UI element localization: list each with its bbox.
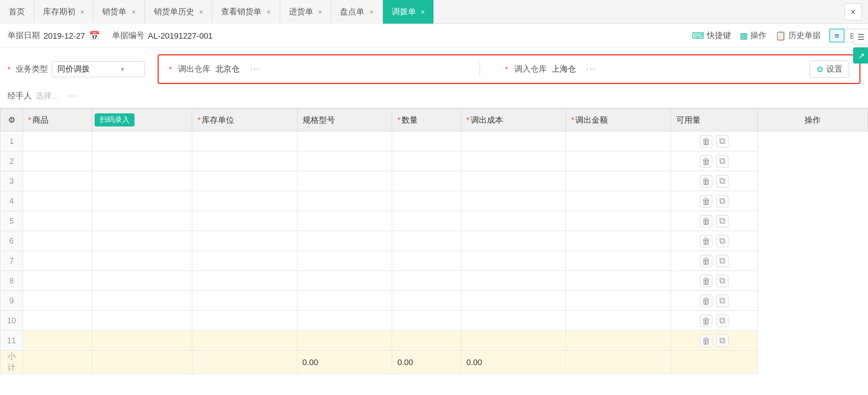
delete-icon[interactable]: 🗑 (700, 315, 712, 327)
copy-icon[interactable]: ⧉ (716, 315, 729, 327)
copy-icon[interactable]: ⧉ (716, 155, 729, 168)
product-cell[interactable] (23, 311, 92, 331)
row-number: 5 (1, 211, 23, 231)
quantity-cell (297, 291, 392, 311)
spec-cell (192, 291, 297, 311)
amount-cell (461, 271, 565, 291)
delete-icon[interactable]: 🗑 (700, 335, 712, 347)
business-type-star: * (7, 65, 11, 74)
subtotal-product (23, 351, 92, 374)
tab-sales-order-close[interactable]: × (131, 8, 135, 16)
quantity-cell (297, 251, 392, 271)
tab-transfer-order[interactable]: 调拨单 × (383, 0, 434, 24)
tab-purchase-order-close[interactable]: × (318, 8, 322, 16)
tab-inventory-check-close[interactable]: × (369, 8, 373, 16)
calendar-icon[interactable]: 📅 (89, 31, 100, 40)
delete-icon[interactable]: 🗑 (700, 155, 712, 168)
table-row: 7 🗑 ⧉ (1, 251, 868, 271)
warehouse-in-more-icon[interactable]: ··· (586, 64, 596, 75)
copy-icon[interactable]: ⧉ (716, 255, 729, 267)
row-number: 1 (1, 131, 23, 151)
copy-icon[interactable]: ⧉ (716, 175, 729, 188)
table-row: 11 🗑 ⧉ (1, 331, 868, 351)
copy-icon[interactable]: ⧉ (716, 235, 729, 247)
product-cell[interactable] (23, 171, 92, 191)
tab-inventory-init-close[interactable]: × (80, 8, 84, 16)
tab-sales-history-label: 销货单历史 (154, 6, 194, 17)
row-number: 9 (1, 291, 23, 311)
tab-purchase-order[interactable]: 进货单 × (280, 0, 331, 24)
amount-cell (461, 151, 565, 171)
person-more-icon[interactable]: ··· (67, 90, 77, 102)
tab-home[interactable]: 首页 (0, 0, 34, 24)
delete-icon[interactable]: 🗑 (700, 275, 712, 287)
cost-cell (392, 171, 461, 191)
tab-transfer-order-close[interactable]: × (421, 8, 425, 16)
amount-cell (461, 191, 565, 211)
copy-icon[interactable]: ⧉ (716, 295, 729, 307)
product-cell[interactable] (23, 211, 92, 231)
tab-view-sales-close[interactable]: × (267, 8, 270, 16)
settings-button[interactable]: ⚙ 设置 (809, 60, 849, 78)
spec-cell (192, 271, 297, 291)
product-cell[interactable] (23, 131, 92, 151)
warehouse-out-more-icon[interactable]: ··· (250, 64, 260, 75)
delete-icon[interactable]: 🗑 (700, 235, 712, 247)
scan-button[interactable]: 扫码录入 (95, 113, 134, 126)
business-type-label: 业务类型 (16, 64, 48, 75)
cost-cell (392, 191, 461, 211)
warehouse-in-field: * 调入仓库 上海仓 ··· (505, 64, 791, 75)
spec-cell (192, 151, 297, 171)
operations-label: 操作 (750, 30, 767, 41)
th-actions: 操作 (757, 109, 867, 131)
tab-sales-history[interactable]: 销货单历史 × (145, 0, 212, 24)
delete-icon[interactable]: 🗑 (700, 255, 712, 267)
copy-icon[interactable]: ⧉ (716, 195, 729, 207)
cost-cell (392, 271, 461, 291)
product-cell[interactable] (23, 251, 92, 271)
product-cell[interactable] (23, 231, 92, 251)
window-close-button[interactable]: × (844, 3, 862, 21)
delete-icon[interactable]: 🗑 (700, 295, 712, 307)
person-label: 经手人 (7, 90, 32, 102)
tab-sales-order-label: 销货单 (102, 6, 126, 17)
tab-view-sales[interactable]: 查看销货单 × (212, 0, 280, 24)
delete-icon[interactable]: 🗑 (700, 175, 712, 188)
shortcuts-button[interactable]: ⌨ 快捷键 (692, 30, 731, 41)
tab-sales-history-close[interactable]: × (199, 8, 203, 16)
person-row: 经手人 选择... ··· (7, 90, 861, 102)
sidebar-list-icon[interactable]: ☰ (853, 29, 868, 45)
tab-transfer-order-label: 调拨单 (392, 6, 416, 17)
operations-button[interactable]: ▦ 操作 (740, 30, 767, 41)
product-cell[interactable] (23, 331, 92, 351)
tab-sales-order[interactable]: 销货单 × (93, 0, 144, 24)
copy-icon[interactable]: ⧉ (716, 135, 729, 148)
tab-inventory-init[interactable]: 库存期初 × (34, 0, 93, 24)
product-cell[interactable] (23, 191, 92, 211)
table-row: 3 🗑 ⧉ (1, 171, 868, 191)
history-button[interactable]: 📋 历史单据 (775, 30, 821, 41)
sidebar-export-icon[interactable]: ↗ (853, 47, 868, 64)
delete-icon[interactable]: 🗑 (700, 195, 712, 207)
copy-icon[interactable]: ⧉ (716, 335, 729, 347)
cost-cell (392, 331, 461, 351)
product-cell[interactable] (23, 291, 92, 311)
amount-cell (461, 231, 565, 251)
business-type-value: 同价调拨 (57, 64, 90, 75)
delete-icon[interactable]: 🗑 (700, 135, 712, 148)
copy-icon[interactable]: ⧉ (716, 215, 729, 227)
business-type-dropdown[interactable]: 同价调拨 ▾ (52, 61, 145, 77)
tab-inventory-check[interactable]: 盘点单 × (331, 0, 382, 24)
person-select-value[interactable]: 选择... (35, 90, 59, 102)
unit-cell (92, 331, 192, 351)
copy-icon[interactable]: ⧉ (716, 275, 729, 287)
available-cell (566, 271, 671, 291)
cost-cell (392, 151, 461, 171)
product-cell[interactable] (23, 151, 92, 171)
cost-cell (392, 231, 461, 251)
th-gear[interactable]: ⚙ (1, 109, 23, 131)
delete-icon[interactable]: 🗑 (700, 215, 712, 227)
list-view-button[interactable]: ≡ (829, 29, 844, 42)
spec-cell (192, 131, 297, 151)
product-cell[interactable] (23, 271, 92, 291)
